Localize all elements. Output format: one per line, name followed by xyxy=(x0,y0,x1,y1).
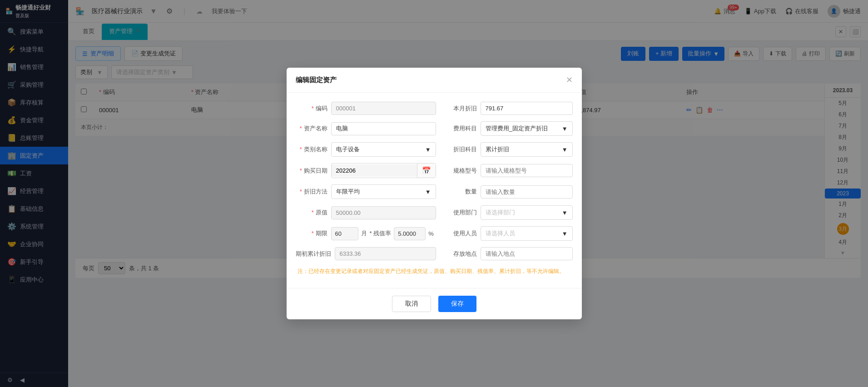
department-select[interactable]: 请选择部门 ▼ xyxy=(481,205,573,220)
code-label: * 编码 xyxy=(296,104,327,113)
modal-overlay: 编辑固定资产 ✕ * 编码 本月折旧 xyxy=(0,0,868,387)
chevron-down-icon: ▼ xyxy=(562,125,568,132)
calendar-icon[interactable]: 📅 xyxy=(417,164,436,178)
period-residual-inline: 月 * 残值率 % xyxy=(331,227,434,240)
residual-rate-label: * 残值率 xyxy=(370,229,392,238)
form-row-category: * 类别名称 电子设备 ▼ xyxy=(296,142,436,157)
residual-rate-input[interactable] xyxy=(394,227,426,240)
cancel-button[interactable]: 取消 xyxy=(392,296,431,312)
save-button[interactable]: 保存 xyxy=(438,296,476,312)
expense-account-label: 费用科目 xyxy=(445,124,477,133)
depr-method-value: 年限平均 xyxy=(336,188,360,196)
depr-account-value: 累计折旧 xyxy=(486,145,509,154)
period-label: * 期限 xyxy=(296,229,327,238)
purchase-date-field: 📅 xyxy=(331,163,436,178)
form-row-code: * 编码 xyxy=(296,102,436,115)
purchase-date-label: * 购买日期 xyxy=(296,167,327,175)
form-row-original-value: * 原值 xyxy=(296,205,436,220)
user-placeholder: 请选择人员 xyxy=(486,229,515,238)
form-row-user: 使用人员 请选择人员 ▼ xyxy=(445,226,573,241)
form-row-spec: 规格型号 xyxy=(445,163,573,178)
quantity-input[interactable] xyxy=(481,185,573,198)
depr-account-label: 折旧科目 xyxy=(445,145,477,154)
depr-method-select[interactable]: 年限平均 ▼ xyxy=(331,184,436,199)
modal-title: 编辑固定资产 xyxy=(296,76,337,84)
original-value-label: * 原值 xyxy=(296,208,327,217)
form-row-initial-depr: 期初累计折旧 xyxy=(296,247,436,260)
form-row-period: * 期限 月 * 残值率 % xyxy=(296,226,436,241)
department-label: 使用部门 xyxy=(445,208,477,217)
chevron-down-icon: ▼ xyxy=(562,146,568,153)
expense-account-select[interactable]: 管理费用_固定资产折旧 ▼ xyxy=(481,121,573,136)
chevron-down-icon: ▼ xyxy=(562,230,568,237)
category-value: 电子设备 xyxy=(336,145,360,154)
original-value-input[interactable] xyxy=(331,206,436,219)
form-row-expense-account: 费用科目 管理费用_固定资产折旧 ▼ xyxy=(445,121,573,136)
code-input[interactable] xyxy=(331,102,436,115)
asset-name-input[interactable] xyxy=(331,122,436,135)
modal-form-grid: * 编码 本月折旧 * 资产名称 xyxy=(296,102,573,260)
chevron-down-icon: ▼ xyxy=(562,209,568,216)
location-label: 存放地点 xyxy=(445,250,477,258)
edit-asset-modal: 编辑固定资产 ✕ * 编码 本月折旧 xyxy=(287,68,582,319)
depr-method-label: * 折旧方法 xyxy=(296,188,327,196)
form-row-department: 使用部门 请选择部门 ▼ xyxy=(445,205,573,220)
spec-input[interactable] xyxy=(481,164,573,177)
form-row-depr-method: * 折旧方法 年限平均 ▼ xyxy=(296,184,436,199)
chevron-down-icon: ▼ xyxy=(425,189,431,195)
form-row-depr-account: 折旧科目 累计折旧 ▼ xyxy=(445,142,573,157)
quantity-label: 数量 xyxy=(445,188,477,196)
period-input[interactable] xyxy=(331,227,358,240)
form-row-monthly-depr: 本月折旧 xyxy=(445,102,573,115)
spec-label: 规格型号 xyxy=(445,167,477,175)
form-row-location: 存放地点 xyxy=(445,247,573,260)
depr-account-select[interactable]: 累计折旧 ▼ xyxy=(481,142,573,157)
expense-account-value: 管理费用_固定资产折旧 xyxy=(486,124,548,133)
department-placeholder: 请选择部门 xyxy=(486,208,515,217)
form-row-quantity: 数量 xyxy=(445,184,573,199)
residual-rate-unit: % xyxy=(428,230,434,237)
modal-note: 注：已经存在变更记录或者对应固定资产已经生成凭证，原值、购买日期、残值率、累计折… xyxy=(296,268,573,275)
location-input[interactable] xyxy=(481,247,573,260)
initial-depr-input[interactable] xyxy=(335,247,436,260)
category-label: * 类别名称 xyxy=(296,145,327,154)
monthly-depr-label: 本月折旧 xyxy=(445,104,477,113)
monthly-depr-input[interactable] xyxy=(481,102,573,115)
period-unit: 月 xyxy=(361,229,367,238)
user-select[interactable]: 请选择人员 ▼ xyxy=(481,226,573,241)
chevron-down-icon: ▼ xyxy=(425,146,431,153)
modal-footer: 取消 保存 xyxy=(287,288,582,319)
form-row-purchase-date: * 购买日期 📅 xyxy=(296,163,436,178)
purchase-date-input[interactable] xyxy=(332,164,417,177)
initial-depr-label: 期初累计折旧 xyxy=(296,250,331,258)
user-label: 使用人员 xyxy=(445,229,477,238)
category-select[interactable]: 电子设备 ▼ xyxy=(331,142,436,157)
asset-name-label: * 资产名称 xyxy=(296,124,327,133)
form-row-asset-name: * 资产名称 xyxy=(296,121,436,136)
modal-header: 编辑固定资产 ✕ xyxy=(287,68,582,93)
modal-body: * 编码 本月折旧 * 资产名称 xyxy=(287,93,582,288)
modal-close-button[interactable]: ✕ xyxy=(566,75,573,85)
